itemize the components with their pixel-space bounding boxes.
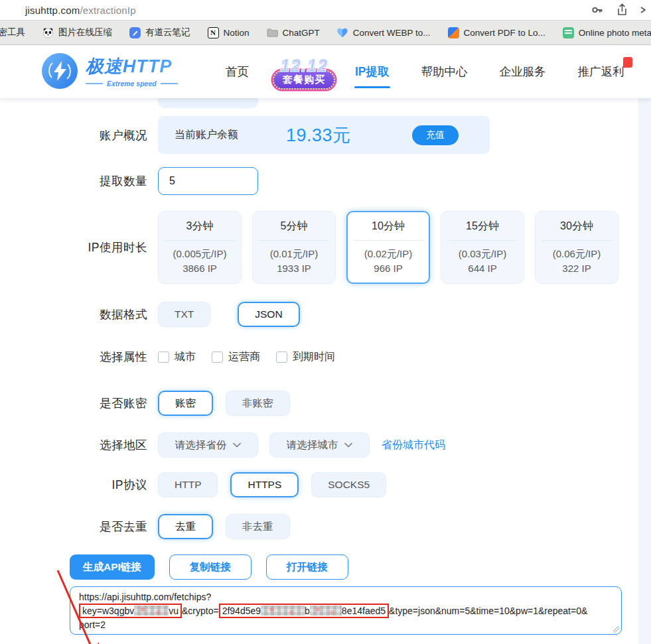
duration-title: 30分钟: [536, 220, 618, 233]
checkbox-box: [158, 352, 169, 363]
address-bar[interactable]: jisuhttp.com/extractionIp: [25, 5, 136, 16]
duration-title: 10分钟: [348, 220, 429, 233]
protocol-chip-http[interactable]: HTTP: [158, 472, 218, 497]
duration-card-15min[interactable]: 15分钟 (0.03元/IP) 644 IP: [441, 211, 524, 284]
bookmark-item[interactable]: Convert WEBP to...: [337, 27, 431, 38]
divider: [447, 240, 518, 241]
city-placeholder: 请选择城市: [287, 438, 338, 452]
annotation-box-key: key=w3qgbvvu: [79, 604, 182, 618]
duration-card-10min[interactable]: 10分钟 (0.02元/IP) 966 IP: [346, 211, 430, 284]
nav-item-ip-extract[interactable]: IP提取: [355, 45, 390, 98]
api-url-line3: port=2: [79, 618, 613, 632]
api-crypto-p2: b: [305, 606, 310, 616]
partial-toolbar-icon[interactable]: [640, 3, 647, 17]
panda-icon: [42, 27, 54, 38]
duration-card-30min[interactable]: 30分钟 (0.06元/IP) 322 IP: [535, 211, 618, 284]
bookmark-item[interactable]: ChatGPT: [267, 27, 320, 38]
chevron-down-icon: [233, 442, 241, 448]
chevron-down-icon: [344, 442, 352, 448]
api-url-line2: key=w3qgbvvu&crypto=2f94d5e9b8e14faed5&t…: [79, 604, 613, 618]
webp-converter-icon: [337, 27, 348, 38]
bookmark-item[interactable]: 加密工具: [0, 27, 25, 38]
pdf-converter-icon: [448, 27, 459, 38]
duration-options: 3分钟 (0.005元/IP) 3866 IP 5分钟 (0.01元/IP) 1…: [158, 211, 618, 284]
format-chip-json[interactable]: JSON: [238, 302, 299, 327]
auth-chip-without-credentials[interactable]: 非账密: [226, 391, 290, 416]
api-url-textarea[interactable]: https://api.jisuhttp.com/fetchips? key=w…: [70, 586, 622, 635]
nav-item-referral[interactable]: 推广返利: [578, 45, 624, 98]
bookmark-item[interactable]: 图片在线压缩: [42, 27, 112, 38]
account-panel: 当前账户余额 19.33元 充值: [158, 116, 490, 154]
api-url-line1: https://api.jisuhttp.com/fetchips?: [79, 590, 613, 604]
api-crypto-param: &crypto=: [182, 606, 219, 616]
bookmark-label: Convert WEBP to...: [353, 28, 431, 38]
site-logo[interactable]: 极速HTTP Extreme speed: [42, 53, 178, 89]
open-link-button[interactable]: 打开链接: [266, 554, 348, 580]
url-path: /extractionIp: [80, 5, 135, 16]
balance-value: 19.33元: [286, 123, 351, 147]
nav-label: 推广返利: [578, 64, 624, 80]
site-header: 极速HTTP Extreme speed 首页 12.12 套餐购买 IP提取 …: [0, 45, 651, 98]
duration-card-3min[interactable]: 3分钟 (0.005元/IP) 3866 IP: [158, 211, 242, 284]
duration-stock: 322 IP: [536, 261, 618, 276]
nav-label: IP提取: [355, 64, 390, 80]
nav-item-enterprise[interactable]: 企业服务: [500, 45, 546, 98]
generate-api-link-button[interactable]: 生成API链接: [70, 554, 155, 580]
province-select[interactable]: 请选择省份: [158, 432, 258, 458]
checkbox-expiry[interactable]: 到期时间: [276, 350, 335, 364]
duration-title: 3分钟: [159, 220, 241, 233]
format-chip-txt[interactable]: TXT: [158, 302, 210, 327]
copy-link-button[interactable]: 复制链接: [169, 554, 252, 580]
api-crypto-p1: 2f94d5e9: [222, 606, 261, 616]
account-overview-label: 账户概况: [0, 127, 147, 143]
divider: [164, 240, 236, 241]
bookmarks-bar: 加密工具 图片在线压缩 有道云笔记 N Notion ChatGPT Conve…: [0, 20, 651, 45]
checkbox-label: 到期时间: [293, 350, 335, 364]
duration-stock: 644 IP: [441, 261, 524, 276]
format-label: 数据格式: [0, 306, 147, 322]
bookmark-item[interactable]: Convert PDF to Lo...: [448, 27, 545, 38]
checkbox-carrier[interactable]: 运营商: [212, 350, 260, 364]
bookmark-label: 有道云笔记: [145, 27, 190, 38]
region-label: 选择地区: [0, 437, 147, 453]
recharge-button[interactable]: 充值: [412, 125, 459, 145]
censored-crypto-mosaic: [261, 606, 305, 615]
checkbox-label: 城市: [175, 350, 196, 364]
attributes-label: 选择属性: [0, 349, 147, 365]
checkbox-city[interactable]: 城市: [158, 350, 196, 364]
duration-price: (0.06元/IP): [536, 247, 618, 261]
dedupe-chip-yes[interactable]: 去重: [158, 514, 213, 539]
duration-price: (0.01元/IP): [253, 247, 335, 261]
province-city-code-link[interactable]: 省份城市代码: [382, 438, 445, 452]
duration-card-5min[interactable]: 5分钟 (0.01元/IP) 1933 IP: [252, 211, 336, 284]
bookmark-label: 图片在线压缩: [58, 27, 112, 38]
bookmark-item[interactable]: 有道云笔记: [129, 27, 190, 38]
checkbox-box: [212, 352, 223, 363]
api-url-tail: &type=json&num=5&time=10&pw=1&repeat=0&: [389, 606, 587, 616]
city-select[interactable]: 请选择城市: [269, 432, 370, 458]
promo-badge-1212[interactable]: 12.12 套餐购买: [273, 57, 335, 90]
checkbox-box: [276, 352, 287, 363]
dedupe-chip-no[interactable]: 非去重: [226, 514, 290, 539]
protocol-chip-socks5[interactable]: SOCKS5: [311, 472, 386, 497]
active-tab-underline: [354, 86, 390, 89]
nav-item-help-center[interactable]: 帮助中心: [421, 45, 468, 98]
duration-title: 15分钟: [441, 220, 524, 233]
bookmark-label: ChatGPT: [283, 28, 320, 38]
share-icon[interactable]: [616, 3, 628, 17]
duration-price: (0.02元/IP): [348, 247, 429, 261]
duration-price: (0.005元/IP): [159, 247, 241, 261]
divider: [258, 240, 330, 241]
password-key-icon[interactable]: [591, 3, 604, 17]
logo-subtitle: Extreme speed: [86, 80, 178, 88]
quantity-input[interactable]: [158, 167, 258, 195]
nav-item-home[interactable]: 首页: [226, 45, 249, 98]
auth-chip-with-credentials[interactable]: 账密: [158, 391, 213, 416]
protocol-chip-https[interactable]: HTTPS: [230, 472, 299, 497]
api-key-suffix: vu: [169, 606, 179, 616]
bookmark-label: Convert PDF to Lo...: [464, 28, 545, 38]
duration-label: IP使用时长: [0, 239, 147, 255]
bookmark-item[interactable]: N Notion: [208, 27, 250, 38]
balance-label: 当前账户余额: [175, 128, 238, 142]
bookmark-item[interactable]: Online photo meta...: [563, 27, 651, 38]
